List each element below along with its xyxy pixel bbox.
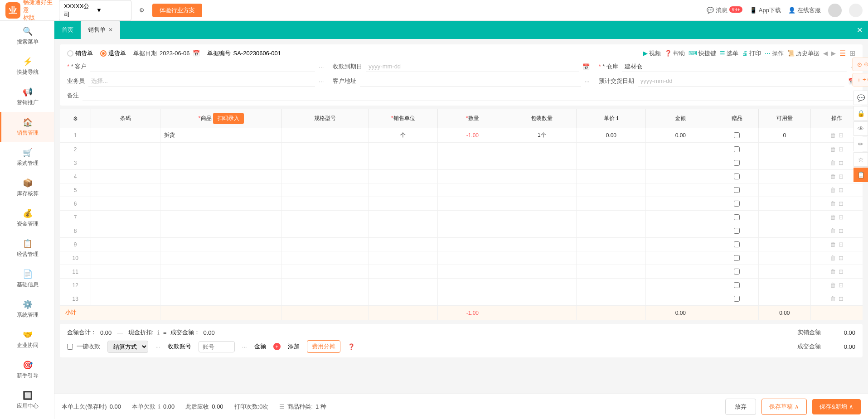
payment-date-input[interactable] xyxy=(366,61,578,72)
save-new-button[interactable]: 保存&新增 ∧ xyxy=(812,399,861,414)
row-barcode-5[interactable] xyxy=(91,183,160,197)
row-spec-7[interactable] xyxy=(282,211,369,224)
row-spec-2[interactable] xyxy=(282,143,369,156)
delete-icon-6[interactable]: 🗑 xyxy=(830,200,836,207)
row-gift-5[interactable] xyxy=(715,183,759,197)
tab-home[interactable]: 首页 xyxy=(54,21,81,39)
th-settings[interactable]: ⚙ xyxy=(60,109,91,128)
row-gift-1[interactable] xyxy=(715,128,759,143)
radio-return[interactable]: 退货单 xyxy=(100,49,126,58)
delete-icon-13[interactable]: 🗑 xyxy=(830,295,836,302)
row-price-7[interactable] xyxy=(577,211,646,224)
copy-icon-5[interactable]: ⊡ xyxy=(839,187,844,193)
row-gift-8[interactable] xyxy=(715,224,759,238)
shortcut-btn[interactable]: ⌨ 快捷键 xyxy=(689,49,716,58)
row-qty-10[interactable] xyxy=(438,251,507,265)
row-price-1[interactable]: 0.00 xyxy=(577,128,646,143)
app-download-btn[interactable]: 📱 App下载 xyxy=(750,6,781,14)
row-gift-2[interactable] xyxy=(715,143,759,156)
float-chat-btn[interactable]: 💬 xyxy=(853,91,868,105)
delete-icon-10[interactable]: 🗑 xyxy=(830,255,836,261)
row-qty-2[interactable] xyxy=(438,143,507,156)
add-payment-btn[interactable]: + xyxy=(273,343,281,350)
delete-icon-3[interactable]: 🗑 xyxy=(830,159,836,166)
sidebar-item-wecom[interactable]: 💬 企业微信 xyxy=(0,415,54,419)
salesperson-input[interactable] xyxy=(88,76,315,87)
copy-icon-1[interactable]: ⊡ xyxy=(839,132,844,139)
print-btn[interactable]: 🖨 打印 xyxy=(742,49,761,58)
view-list-icon[interactable]: ☰ xyxy=(839,49,846,58)
customer-dots-icon[interactable]: ··· xyxy=(319,63,324,70)
row-barcode-3[interactable] xyxy=(91,156,160,170)
warehouse-input[interactable] xyxy=(622,61,847,72)
nav-prev-icon[interactable]: ◀ xyxy=(823,50,828,57)
row-gift-10[interactable] xyxy=(715,251,759,265)
calc-method-dots[interactable]: ··· xyxy=(155,343,160,350)
copy-icon-4[interactable]: ⊡ xyxy=(839,173,844,180)
row-qty-6[interactable] xyxy=(438,197,507,211)
row-qty-1[interactable]: -1.00 xyxy=(438,128,507,143)
row-qty-13[interactable] xyxy=(438,292,507,306)
copy-icon-7[interactable]: ⊡ xyxy=(839,214,844,221)
row-price-11[interactable] xyxy=(577,265,646,279)
float-star-btn[interactable]: ☆ xyxy=(853,152,868,167)
delete-icon-1[interactable]: 🗑 xyxy=(830,132,836,139)
view-grid-icon[interactable]: ⊞ xyxy=(849,49,855,58)
row-spec-3[interactable] xyxy=(282,156,369,170)
row-gift-4[interactable] xyxy=(715,170,759,183)
customer-input[interactable] xyxy=(90,61,315,72)
discount-info-icon[interactable]: ℹ xyxy=(157,329,160,336)
row-gift-9[interactable] xyxy=(715,238,759,251)
row-barcode-1[interactable] xyxy=(91,128,160,143)
row-price-3[interactable] xyxy=(577,156,646,170)
sidebar-item-inventory[interactable]: 📦 库存核算 xyxy=(0,173,54,203)
scan-btn[interactable]: 扫码录入 xyxy=(213,113,244,124)
row-spec-1[interactable] xyxy=(282,128,369,143)
payment-date-calendar-icon[interactable]: 📅 xyxy=(582,63,590,70)
tab-close-icon[interactable]: ✕ xyxy=(108,27,113,33)
company-selector[interactable]: XXXXX公司 ▼ xyxy=(59,0,131,21)
sidebar-item-apps[interactable]: 🔲 应用中心 xyxy=(0,385,54,415)
row-spec-8[interactable] xyxy=(282,224,369,238)
copy-icon-9[interactable]: ⊡ xyxy=(839,241,844,248)
select-btn[interactable]: ☰ 选单 xyxy=(720,49,738,58)
delete-icon-4[interactable]: 🗑 xyxy=(830,173,836,180)
row-qty-11[interactable] xyxy=(438,265,507,279)
row-spec-4[interactable] xyxy=(282,170,369,183)
float-action-btn[interactable]: 📋 xyxy=(853,168,868,182)
row-spec-6[interactable] xyxy=(282,197,369,211)
delete-icon-2[interactable]: 🗑 xyxy=(830,146,836,153)
avatar[interactable] xyxy=(828,4,842,17)
sidebar-item-funds[interactable]: 💰 资金管理 xyxy=(0,203,54,233)
sidebar-item-marketing[interactable]: 📢 营销推广 xyxy=(0,82,54,112)
row-price-4[interactable] xyxy=(577,170,646,183)
row-gift-11[interactable] xyxy=(715,265,759,279)
trial-button[interactable]: 体验行业方案 xyxy=(152,4,202,17)
float-edit-btn[interactable]: ✏ xyxy=(853,137,868,151)
expected-delivery-input[interactable] xyxy=(638,76,844,87)
row-barcode-11[interactable] xyxy=(91,265,160,279)
sidebar-item-purchase[interactable]: 🛒 采购管理 xyxy=(0,142,54,173)
tab-sales-order[interactable]: 销售单 ✕ xyxy=(81,21,120,39)
delete-icon-8[interactable]: 🗑 xyxy=(830,227,836,234)
row-spec-11[interactable] xyxy=(282,265,369,279)
arrears-info-icon[interactable]: ℹ xyxy=(158,403,160,410)
delete-icon-7[interactable]: 🗑 xyxy=(830,214,836,221)
float-eye-btn[interactable]: 👁 xyxy=(853,121,868,136)
salesperson-dots-icon[interactable]: ··· xyxy=(319,78,324,85)
sidebar-item-quicknav[interactable]: ⚡ 快捷导航 xyxy=(0,51,54,82)
copy-icon-8[interactable]: ⊡ xyxy=(839,227,844,234)
copy-icon-12[interactable]: ⊡ xyxy=(839,282,844,289)
row-spec-10[interactable] xyxy=(282,251,369,265)
tab-bar-close-btn[interactable]: ✕ xyxy=(857,26,868,34)
sidebar-item-management[interactable]: 📋 经营管理 xyxy=(0,233,54,264)
row-spec-5[interactable] xyxy=(282,183,369,197)
row-price-5[interactable] xyxy=(577,183,646,197)
row-spec-13[interactable] xyxy=(282,292,369,306)
settings-gear-icon[interactable]: ⚙ xyxy=(135,4,149,17)
row-gift-3[interactable] xyxy=(715,156,759,170)
row-qty-7[interactable] xyxy=(438,211,507,224)
radio-sales[interactable]: 销货单 xyxy=(67,49,93,58)
customer-address-input[interactable] xyxy=(360,76,581,87)
logistics-panel-btn[interactable]: + + 物流 xyxy=(852,73,868,87)
